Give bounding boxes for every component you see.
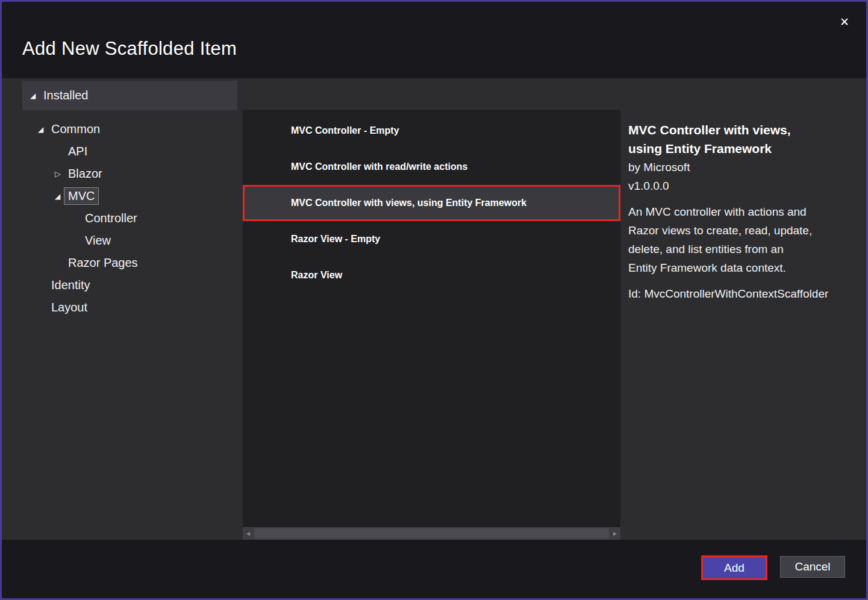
tree-label: Blazor <box>68 167 102 181</box>
template-list: MVC Controller - Empty MVC Controller wi… <box>243 110 620 540</box>
template-item-razor-view-empty[interactable]: Razor View - Empty <box>243 221 620 257</box>
sidebar-item-view[interactable]: View <box>22 230 239 252</box>
expand-icon: ◢ <box>30 92 43 100</box>
tree-label: Common <box>51 122 100 136</box>
close-icon: ✕ <box>840 16 849 28</box>
sidebar-item-api[interactable]: API <box>22 140 239 163</box>
cancel-button[interactable]: Cancel <box>780 556 845 578</box>
details-author: by Microsoft <box>628 158 852 177</box>
collapse-icon: ▷ <box>55 169 68 178</box>
tree-label: Razor Pages <box>68 256 138 270</box>
template-details-panel: MVC Controller with views, using Entity … <box>628 120 852 303</box>
dialog-title: Add New Scaffolded Item <box>22 38 237 60</box>
sidebar-item-controller[interactable]: Controller <box>22 207 239 230</box>
sidebar-item-razor-pages[interactable]: Razor Pages <box>22 252 239 274</box>
tree-label: Identity <box>51 278 90 292</box>
add-button[interactable]: Add <box>701 555 767 580</box>
sidebar-item-mvc[interactable]: ◢ MVC <box>22 185 239 207</box>
tree-label: View <box>85 234 111 248</box>
scroll-right-icon[interactable]: ► <box>610 527 620 540</box>
titlebar: Add New Scaffolded Item ✕ <box>2 2 866 78</box>
tree-label: Controller <box>85 211 137 225</box>
expand-icon: ◢ <box>38 125 51 134</box>
sidebar-item-installed[interactable]: ◢ Installed <box>22 81 237 110</box>
horizontal-scrollbar[interactable]: ◄ ► <box>243 527 620 540</box>
template-label: MVC Controller - Empty <box>291 125 399 136</box>
tree-label-selected: MVC <box>64 187 99 205</box>
template-label: Razor View <box>291 270 342 281</box>
scrollbar-thumb[interactable] <box>254 528 609 539</box>
sidebar-item-identity[interactable]: Identity <box>22 274 239 296</box>
close-button[interactable]: ✕ <box>834 11 855 32</box>
footer: Add Cancel <box>2 540 866 598</box>
details-description: An MVC controller with actions and Razor… <box>628 202 815 277</box>
installed-label: Installed <box>43 89 89 102</box>
sidebar-item-blazor[interactable]: ▷ Blazor <box>22 163 239 185</box>
template-label: MVC Controller with read/write actions <box>291 161 467 172</box>
scroll-left-icon[interactable]: ◄ <box>243 527 254 540</box>
tree-label: API <box>68 145 87 158</box>
tree-label: Layout <box>51 301 87 314</box>
template-label: Razor View - Empty <box>291 234 380 245</box>
template-item-mvc-controller-readwrite[interactable]: MVC Controller with read/write actions <box>243 149 620 185</box>
template-item-mvc-controller-ef-selected[interactable]: MVC Controller with views, using Entity … <box>243 185 620 221</box>
sidebar-item-common[interactable]: ◢ Common <box>22 118 239 140</box>
sidebar-item-layout[interactable]: Layout <box>22 296 239 319</box>
details-title: MVC Controller with views, using Entity … <box>628 120 816 158</box>
template-item-razor-view[interactable]: Razor View <box>243 257 620 293</box>
add-new-scaffolded-item-dialog: Add New Scaffolded Item ✕ ◢ Installed ◢ … <box>0 0 868 600</box>
category-tree: ◢ Common API ▷ Blazor ◢ MVC Controller V… <box>22 118 239 319</box>
template-item-mvc-controller-empty[interactable]: MVC Controller - Empty <box>243 113 620 149</box>
template-label: MVC Controller with views, using Entity … <box>291 198 526 208</box>
details-version: v1.0.0.0 <box>628 177 852 195</box>
details-id: Id: MvcControllerWithContextScaffolder <box>628 284 833 303</box>
